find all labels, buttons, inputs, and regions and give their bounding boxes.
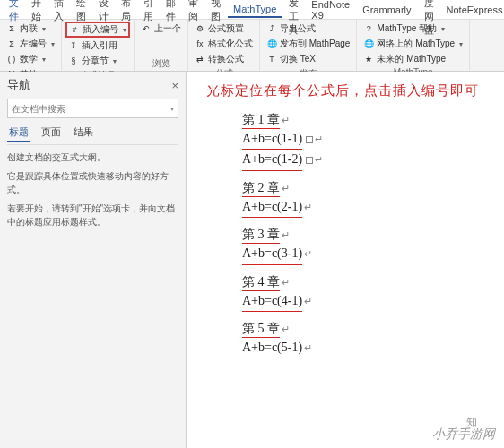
ribbon: Σ内联▾Σ左编号▾( )数学▾{ }其他▾符号#插入编号▾↧插入引用§分章节▾公… xyxy=(0,20,504,72)
equation-line-0-0[interactable]: A+b=c(1-1)↵ xyxy=(242,129,490,150)
equation-line-4-0[interactable]: A+b=c(5-1)↵ xyxy=(242,338,490,358)
ribbon-icon: T xyxy=(266,54,277,65)
ribbon-btn-label: 导出公式 xyxy=(280,22,316,35)
ribbon-btn-0-1[interactable]: Σ左编号▾ xyxy=(4,37,57,51)
ribbon-group-1: #插入编号▾↧插入引用§分章节▾公式编号 xyxy=(62,20,135,71)
nav-tabs: 标题页面结果 xyxy=(7,124,178,145)
ribbon-btn-3-2[interactable]: ⇄转换公式 xyxy=(192,52,256,66)
ribbon-btn-5-0[interactable]: ?MathType 帮助▾ xyxy=(361,22,465,36)
nav-tab-1[interactable]: 页面 xyxy=(39,124,63,142)
ribbon-btn-0-2[interactable]: ( )数学▾ xyxy=(4,52,57,66)
ribbon-icon: ( ) xyxy=(6,54,17,65)
page-watermark: 小乔手游网 xyxy=(432,426,495,443)
ribbon-btn-label: 发布到 MathPage xyxy=(280,38,350,50)
ribbon-group-5: ?MathType 帮助▾🌐网络上的 MathType▾★未来的 MathTyp… xyxy=(357,20,470,71)
ribbon-btn-label: 转换公式 xyxy=(208,53,244,65)
ribbon-icon: 🌐 xyxy=(363,39,374,49)
ribbon-btn-label: 插入引用 xyxy=(82,39,117,52)
document-area: 光标定位在每个公式后，点击插入编号即可 第 1 章↵A+b=c(1-1)↵A+b… xyxy=(187,72,504,448)
ribbon-btn-4-2[interactable]: T切换 TeX xyxy=(264,52,352,66)
ribbon-btn-label: 左编号 xyxy=(20,38,47,50)
document-body: 第 1 章↵A+b=c(1-1)↵A+b=c(1-2)↵第 2 章↵A+b=c(… xyxy=(242,112,490,358)
ribbon-btn-2-0[interactable]: ↶上一个 xyxy=(138,22,184,36)
ribbon-icon: ↧ xyxy=(68,40,79,51)
nav-hint-text: 创建文档的交互式大纲。它是跟踪具体位置或快速移动内容的好方式。若要开始，请转到"… xyxy=(7,151,178,234)
equation-line-3-0[interactable]: A+b=c(4-1)↵ xyxy=(242,291,490,312)
equation-line-1-0[interactable]: A+b=c(2-1)↵ xyxy=(242,197,490,218)
ribbon-icon: 🌐 xyxy=(266,39,277,49)
ribbon-icon: # xyxy=(69,24,80,35)
nav-tab-2[interactable]: 结果 xyxy=(72,124,95,142)
ribbon-group-label: 浏览 xyxy=(138,56,184,71)
instruction-text: 光标定位在每个公式后，点击插入编号即可 xyxy=(206,82,490,99)
chevron-down-icon: ▾ xyxy=(42,25,46,33)
chevron-down-icon: ▾ xyxy=(441,25,445,33)
ribbon-btn-label: 未来的 MathType xyxy=(377,53,446,65)
ribbon-group-2: ↶上一个浏览 xyxy=(135,20,188,71)
nav-hint-2: 若要开始，请转到"开始"选项卡，并向文档中的标题应用标题样式。 xyxy=(7,202,178,228)
ribbon-btn-0-0[interactable]: Σ内联▾ xyxy=(4,22,57,36)
ribbon-icon: § xyxy=(68,56,79,66)
ribbon-btn-label: 数学 xyxy=(20,53,38,65)
ribbon-icon: ? xyxy=(363,23,374,34)
cursor-marker xyxy=(306,157,313,164)
chapter-title-1: 第 2 章↵ xyxy=(242,180,490,197)
ribbon-icon: ⤴ xyxy=(266,23,277,34)
ribbon-btn-label: MathType 帮助 xyxy=(377,22,437,35)
equation-line-0-1[interactable]: A+b=c(1-2)↵ xyxy=(242,150,490,170)
ribbon-btn-label: 切换 TeX xyxy=(280,53,316,65)
ribbon-btn-5-2[interactable]: ★未来的 MathType xyxy=(361,52,465,66)
ribbon-btn-label: 分章节 xyxy=(82,55,109,67)
chapter-title-2: 第 3 章↵ xyxy=(242,227,490,244)
main-area: 导航 × ▾ 标题页面结果 创建文档的交互式大纲。它是跟踪具体位置或快速移动内容… xyxy=(0,72,504,448)
ribbon-btn-1-0[interactable]: #插入编号▾ xyxy=(65,22,130,38)
ribbon-icon: fx xyxy=(195,39,205,49)
navigation-pane: 导航 × ▾ 标题页面结果 创建文档的交互式大纲。它是跟踪具体位置或快速移动内容… xyxy=(0,72,187,448)
ribbon-btn-3-1[interactable]: fx格式化公式 xyxy=(192,37,256,51)
ribbon-icon: Σ xyxy=(6,39,17,49)
nav-title: 导航 xyxy=(7,77,30,93)
nav-search-box[interactable]: ▾ xyxy=(7,99,178,118)
menubar-item-12[interactable]: EndNote X9 xyxy=(306,0,355,22)
ribbon-group-4: ⤴导出公式🌐发布到 MathPageT切换 TeX发布 xyxy=(260,20,357,71)
menubar-item-15[interactable]: NoteExpress xyxy=(441,3,504,17)
ribbon-icon: Σ xyxy=(6,23,17,34)
nav-hint-1: 它是跟踪具体位置或快速移动内容的好方式。 xyxy=(7,169,178,196)
ribbon-icon: ⚙ xyxy=(195,23,205,34)
chapter-title-4: 第 5 章↵ xyxy=(242,321,490,338)
ribbon-btn-3-0[interactable]: ⚙公式预置 xyxy=(192,22,256,36)
search-dropdown-icon[interactable]: ▾ xyxy=(170,105,174,113)
chapter-title-0: 第 1 章↵ xyxy=(242,112,490,129)
nav-tab-0[interactable]: 标题 xyxy=(7,124,30,142)
ribbon-icon: ⇄ xyxy=(195,54,205,65)
ribbon-btn-label: 插入编号 xyxy=(83,23,118,36)
menubar-item-13[interactable]: Grammarly xyxy=(357,3,416,17)
ribbon-btn-label: 上一个 xyxy=(154,22,181,35)
nav-hint-0: 创建文档的交互式大纲。 xyxy=(7,151,178,164)
chevron-down-icon: ▾ xyxy=(113,57,117,65)
ribbon-btn-5-1[interactable]: 🌐网络上的 MathType▾ xyxy=(361,37,465,51)
chevron-down-icon: ▾ xyxy=(51,40,55,48)
ribbon-btn-1-2[interactable]: §分章节▾ xyxy=(65,54,130,68)
ribbon-btn-4-1[interactable]: 🌐发布到 MathPage xyxy=(264,37,352,51)
equation-line-2-0[interactable]: A+b=c(3-1)↵ xyxy=(242,244,490,264)
menubar-item-10[interactable]: MathType xyxy=(228,2,282,18)
ribbon-btn-4-0[interactable]: ⤴导出公式 xyxy=(264,22,352,36)
cursor-marker xyxy=(306,136,313,143)
ribbon-btn-label: 内联 xyxy=(20,22,38,35)
ribbon-icon: ★ xyxy=(363,54,374,65)
menubar: 文件开始插入绘图设计布局引用邮件审阅视图MathType开发工具EndNote … xyxy=(0,0,504,20)
nav-header: 导航 × xyxy=(7,77,178,93)
ribbon-icon: ↶ xyxy=(141,23,152,34)
chapter-title-3: 第 4 章↵ xyxy=(242,274,490,291)
nav-close-button[interactable]: × xyxy=(171,79,178,92)
ribbon-btn-1-1[interactable]: ↧插入引用 xyxy=(65,39,130,53)
ribbon-group-3: ⚙公式预置fx格式化公式⇄转换公式公式 xyxy=(188,20,260,71)
chevron-down-icon: ▾ xyxy=(42,56,46,64)
ribbon-btn-label: 格式化公式 xyxy=(208,38,253,50)
ribbon-btn-label: 公式预置 xyxy=(208,22,244,35)
chevron-down-icon: ▾ xyxy=(459,40,463,48)
chevron-down-icon: ▾ xyxy=(123,26,126,34)
nav-search-input[interactable] xyxy=(12,104,155,114)
ribbon-group-0: Σ内联▾Σ左编号▾( )数学▾{ }其他▾符号 xyxy=(0,20,62,71)
